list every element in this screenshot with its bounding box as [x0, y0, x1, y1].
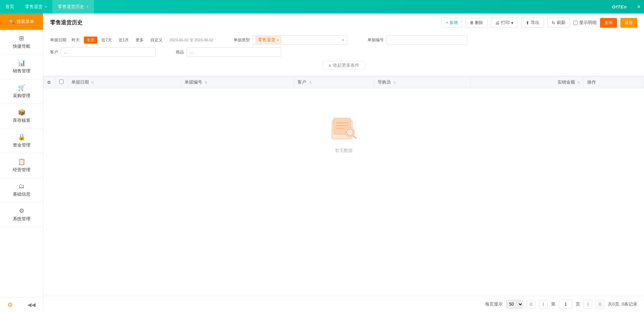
sidebar-item-finance-mgmt[interactable]: 🔒 资金管理: [0, 129, 43, 153]
sidebar-search[interactable]: 🔍 搜索菜单: [0, 14, 43, 30]
prev-page-button[interactable]: ⟨: [539, 300, 548, 309]
tab-retail-return-label: 零售退货: [25, 4, 43, 10]
table-header: ⚙ 单据日期 ⇅ 单据编号 ⇅: [44, 76, 644, 88]
goods-input[interactable]: [187, 47, 281, 57]
sort-guide-icon: ⇅: [393, 81, 396, 84]
th-customer-label: 客户: [297, 80, 306, 85]
sidebar-item-quick-nav[interactable]: ⊞ 快捷导航: [0, 30, 43, 54]
display-detail-checkbox-label[interactable]: 显示明细: [573, 20, 597, 26]
inventory-icon: 📦: [18, 109, 25, 116]
settings-button[interactable]: 设置: [620, 18, 637, 28]
date-tab-custom[interactable]: 自定义: [148, 37, 165, 44]
sidebar-item-basic-info-label: 基础信息: [13, 191, 30, 197]
th-guide-label: 导购员: [378, 80, 391, 85]
sidebar-sound-button[interactable]: ◀◀: [27, 302, 35, 308]
tab-retail-return[interactable]: 零售退货 ×: [20, 0, 52, 14]
th-doc-date[interactable]: 单据日期 ⇅: [68, 76, 181, 88]
filter-customer: 客户: [50, 47, 156, 57]
filter-doc-type: 单据类型 零售退货 × ▾: [234, 35, 347, 45]
delete-button[interactable]: 🗑 删除: [466, 18, 487, 28]
date-tab-today[interactable]: 今天: [84, 37, 97, 44]
export-button[interactable]: ⬆ 导出: [521, 18, 544, 28]
customer-input[interactable]: [61, 47, 156, 57]
sidebar-item-finance-mgmt-label: 资金管理: [13, 142, 30, 148]
sidebar-item-purchase-mgmt[interactable]: 🛒 采购管理: [0, 79, 43, 104]
sidebar-item-operation-mgmt[interactable]: 📋 经营管理: [0, 153, 43, 178]
next-page-button[interactable]: ⟩: [583, 300, 592, 309]
doc-type-select-arrow: ▾: [342, 38, 344, 43]
doc-type-tag-close[interactable]: ×: [277, 38, 279, 42]
th-checkbox[interactable]: [56, 76, 68, 88]
empty-state: 暂无数据: [43, 88, 644, 181]
sidebar-item-inventory[interactable]: 📦 库存核算: [0, 104, 43, 129]
sidebar-search-label: 搜索菜单: [17, 19, 34, 25]
filter-doc-number: 单据编号: [367, 35, 468, 45]
date-range-display: 2023-06-02 至 2023-06-02: [169, 38, 213, 43]
sidebar-item-basic-info[interactable]: 🗂 基础信息: [0, 178, 43, 202]
sidebar-item-system-mgmt-label: 系统管理: [13, 216, 30, 222]
doc-number-label: 单据编号: [367, 37, 384, 43]
page-size-select[interactable]: 50 10 20 100: [506, 300, 523, 309]
system-mgmt-icon: ⚙: [19, 207, 24, 215]
date-tab-more[interactable]: 更多: [133, 37, 146, 44]
print-label: 打印: [501, 20, 510, 26]
query-button[interactable]: 查询: [600, 18, 617, 28]
new-button[interactable]: + 新增: [442, 18, 462, 28]
sidebar-item-sales-mgmt-label: 销售管理: [13, 68, 30, 74]
th-customer[interactable]: 客户 ⇅: [294, 76, 374, 88]
date-filter-label: 单据日期: [50, 37, 66, 43]
date-tab-yesterday[interactable]: 昨天: [69, 37, 82, 44]
print-button[interactable]: 🖨 打印 ▾: [491, 18, 518, 28]
sidebar-item-quick-nav-label: 快捷导航: [13, 43, 30, 49]
print-icon: 🖨: [495, 20, 500, 25]
tab-retail-return-history[interactable]: 零售退货历史 ×: [52, 0, 94, 14]
finance-mgmt-icon: 🔒: [18, 133, 25, 141]
refresh-label: 刷新: [557, 20, 566, 26]
page-label: 第: [551, 301, 555, 307]
tab-retail-return-close[interactable]: ×: [45, 4, 47, 9]
th-operation: 操作: [583, 76, 644, 88]
tab-home[interactable]: 首页: [0, 0, 20, 14]
date-tabs: 昨天 今天 近7天 近1月 更多 自定义: [69, 37, 165, 44]
collapse-label: 收起更多条件: [333, 62, 359, 68]
sidebar-settings-button[interactable]: ⚙: [7, 301, 13, 309]
print-dropdown-icon: ▾: [511, 20, 514, 25]
doc-type-label: 单据类型: [234, 37, 250, 43]
display-detail-label: 显示明细: [579, 20, 597, 26]
sidebar-item-sales-mgmt[interactable]: 📊 销售管理: [0, 54, 43, 79]
brand-label: OfTEn: [612, 4, 634, 9]
th-doc-number[interactable]: 单据编号 ⇅: [181, 76, 294, 88]
sales-mgmt-icon: 📊: [18, 59, 25, 67]
current-page-input[interactable]: [559, 300, 572, 309]
date-tab-1month[interactable]: 近1月: [116, 37, 132, 44]
tab-retail-return-history-label: 零售退货历史: [58, 4, 84, 10]
quick-nav-icon: ⊞: [19, 35, 24, 42]
doc-number-input[interactable]: [386, 35, 468, 45]
goods-label: 商品: [176, 49, 184, 55]
tab-retail-return-history-close[interactable]: ×: [86, 4, 89, 9]
sidebar-item-purchase-mgmt-label: 采购管理: [13, 93, 30, 99]
select-all-checkbox[interactable]: [59, 80, 64, 84]
doc-type-select[interactable]: 零售退货 × ▾: [253, 35, 347, 45]
th-guide[interactable]: 导购员 ⇅: [374, 76, 470, 88]
refresh-button[interactable]: ↻ 刷新: [547, 18, 570, 28]
sidebar-item-system-mgmt[interactable]: ⚙ 系统管理: [0, 202, 43, 227]
sidebar-item-operation-mgmt-label: 经营管理: [13, 167, 30, 173]
first-page-button[interactable]: ⟨⟨: [527, 300, 535, 309]
th-doc-date-label: 单据日期: [71, 80, 89, 85]
refresh-icon: ↻: [552, 20, 555, 25]
th-actual-amount[interactable]: 实销金额 ⇅: [471, 76, 584, 88]
window-close-button[interactable]: ×: [634, 3, 644, 10]
display-detail-checkbox[interactable]: [573, 21, 578, 25]
collapse-up-icon: ∧: [328, 63, 332, 68]
pagination-bar: 每页显示 50 10 20 100 ⟨⟨ ⟨ 第 页 ⟩ ⟩⟩ 共0页, 0条记…: [43, 296, 644, 312]
th-settings[interactable]: ⚙: [44, 76, 56, 88]
date-tab-7days[interactable]: 近7天: [99, 37, 115, 44]
top-bar: 首页 零售退货 × 零售退货历史 × OfTEn ×: [0, 0, 644, 14]
collapse-button[interactable]: ∧ 收起更多条件: [323, 61, 365, 70]
page-size-label: 每页显示: [485, 301, 503, 307]
empty-text: 暂无数据: [335, 148, 353, 154]
last-page-button[interactable]: ⟩⟩: [596, 300, 604, 309]
sidebar: 🔍 搜索菜单 ⊞ 快捷导航 📊 销售管理 🛒 采购管理 📦 库存核算 🔒: [0, 14, 43, 312]
settings-icon[interactable]: ⚙: [47, 80, 51, 85]
